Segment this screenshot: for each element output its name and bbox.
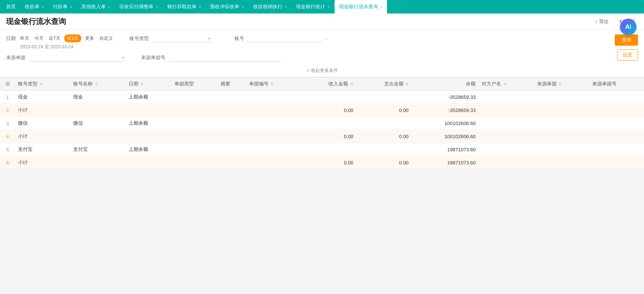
nav-tab-4[interactable]: 银行存取款单 × <box>163 0 206 13</box>
cell-expense: 0.00 <box>356 130 411 143</box>
account-input[interactable] <box>247 35 322 42</box>
cell-source-doc-num <box>589 143 644 156</box>
account-type-label: 账号类型 <box>129 35 149 42</box>
sort-icon[interactable]: ⇅ <box>95 82 98 86</box>
cell-account-type: 现金 <box>15 91 70 104</box>
cell-source-doc <box>534 104 589 117</box>
cell-doc-type <box>171 91 218 104</box>
cell-counterpart <box>479 143 534 156</box>
cell-date: 上期余额 <box>126 91 172 104</box>
source-doc-num-input[interactable] <box>168 54 281 61</box>
cell-income: 0.00 <box>301 130 356 143</box>
col-doc-type: 单据类型 <box>171 78 218 91</box>
collapse-bar[interactable]: ∧ 收起更多条件 <box>6 65 638 77</box>
filter-row-1: 日期 昨天 今天 近7天 近1月 更多 自定义 账号类型 ▾ <box>6 34 608 42</box>
sort-icon[interactable]: ⇅ <box>40 82 43 86</box>
cell-doc-type <box>171 104 218 117</box>
gear-icon[interactable]: ⚙ <box>5 81 10 87</box>
cell-doc-type <box>171 117 218 130</box>
chevron-up-icon: ∧ <box>306 68 311 73</box>
cell-account-name <box>70 130 125 143</box>
cell-summary <box>218 156 246 169</box>
cell-expense: 0.00 <box>356 104 411 117</box>
date-opt-more[interactable]: 更多 <box>84 34 96 42</box>
date-opt-1month[interactable]: 近1月 <box>64 34 82 42</box>
nav-tab-6[interactable]: 收款核销执行 × <box>249 0 291 13</box>
close-icon[interactable]: × <box>199 4 201 9</box>
ai-badge[interactable]: Ai <box>620 19 636 35</box>
cell-account-type: 支付宝 <box>15 143 70 156</box>
cell-source-doc <box>534 143 589 156</box>
account-type-select[interactable] <box>152 35 212 42</box>
cell-date: 上期余额 <box>126 117 172 130</box>
sort-icon[interactable]: ⇅ <box>503 82 506 86</box>
cell-summary <box>218 91 246 104</box>
cell-expense <box>356 91 411 104</box>
close-icon[interactable]: × <box>380 4 383 9</box>
nav-tab-7[interactable]: 现金银行统计 × <box>291 0 334 13</box>
cell-expense <box>356 143 411 156</box>
cell-account-type: 小计 <box>15 130 70 143</box>
sort-icon[interactable]: ⇅ <box>405 82 408 86</box>
col-income: 收入金额 ⇅ <box>301 78 356 91</box>
close-icon[interactable]: × <box>108 4 110 9</box>
close-icon[interactable]: × <box>285 4 287 9</box>
export-button[interactable]: ↑ 导出 <box>592 17 612 27</box>
close-icon[interactable]: × <box>156 4 158 9</box>
cell-source-doc <box>534 117 589 130</box>
cell-counterpart <box>479 156 534 169</box>
account-more-button[interactable]: ··· <box>324 36 328 42</box>
nav-tab-0[interactable]: 收款单 × <box>20 0 48 13</box>
cell-source-doc-num <box>589 117 644 130</box>
cell-summary <box>218 143 246 156</box>
cell-source-doc-num <box>589 156 644 169</box>
table-row: 1 现金 现金 上期余额 -3528659.33 <box>0 91 644 104</box>
cell-date <box>126 104 172 117</box>
cell-income: 0.00 <box>301 156 356 169</box>
col-balance: 余额 <box>411 78 479 91</box>
query-button[interactable]: 查询 <box>615 34 638 46</box>
close-icon[interactable]: × <box>70 4 72 9</box>
nav-tab-8[interactable]: 现金银行流水查询 × <box>335 0 387 13</box>
cell-source-doc <box>534 91 589 104</box>
date-options: 昨天 今天 近7天 近1月 更多 自定义 <box>19 34 114 42</box>
nav-tab-5[interactable]: 预收冲应收单 × <box>206 0 248 13</box>
table-header-row: ⚙ 账号类型 ⇅ 账号名称 ⇅ 日期 ⇅ 单据类型 摘要 <box>0 78 644 91</box>
nav-tab-1[interactable]: 付款单 × <box>48 0 77 13</box>
nav-tab-3[interactable]: 应收应付调整单 × <box>115 0 162 13</box>
cell-account-name: 微信 <box>70 117 125 130</box>
cell-seq: 3 <box>0 117 15 130</box>
table-row: 5 支付宝 支付宝 上期余额 19871073.60 <box>0 143 644 156</box>
cell-expense <box>356 117 411 130</box>
sort-icon[interactable]: ⇅ <box>140 82 143 86</box>
table-row: 2 小计 0.00 0.00 -3528659.33 <box>0 104 644 117</box>
date-opt-custom[interactable]: 自定义 <box>98 34 114 42</box>
date-opt-yesterday[interactable]: 昨天 <box>19 34 31 42</box>
page-title: 现金银行流水查询 <box>6 16 66 27</box>
date-opt-today[interactable]: 今天 <box>33 34 45 42</box>
close-icon[interactable]: × <box>242 4 244 9</box>
cell-date <box>126 156 172 169</box>
table-body: 1 现金 现金 上期余额 -3528659.33 2 小计 0.00 0.00 … <box>0 91 644 169</box>
table-row: 4 小计 0.00 0.00 100102606.60 <box>0 130 644 143</box>
cell-account-type: 微信 <box>15 117 70 130</box>
sort-icon[interactable]: ⇅ <box>350 82 353 86</box>
close-icon[interactable]: × <box>327 4 330 9</box>
cell-balance: 19871073.60 <box>411 156 479 169</box>
data-table: ⚙ 账号类型 ⇅ 账号名称 ⇅ 日期 ⇅ 单据类型 摘要 <box>0 77 644 169</box>
cell-source-doc-num <box>589 130 644 143</box>
col-summary: 摘要 <box>218 78 246 91</box>
nav-tab-2[interactable]: 其他收入单 × <box>77 0 115 13</box>
sort-icon[interactable]: ⇅ <box>558 82 561 86</box>
cell-doc-type <box>171 130 218 143</box>
source-doc-select[interactable] <box>29 54 126 61</box>
settings-button[interactable]: 设置 <box>617 49 638 61</box>
table-row: 3 微信 微信 上期余额 100102606.60 <box>0 117 644 130</box>
nav-home[interactable]: 首页 <box>2 0 20 13</box>
cell-source-doc-num <box>589 104 644 117</box>
date-opt-7days[interactable]: 近7天 <box>47 34 62 42</box>
close-icon[interactable]: × <box>42 4 44 9</box>
sort-icon[interactable]: ⇅ <box>270 82 273 86</box>
cell-seq: 2 <box>0 104 15 117</box>
page-header: 现金银行流水查询 ↑ 导出 ↻ 刷新 <box>0 13 644 30</box>
